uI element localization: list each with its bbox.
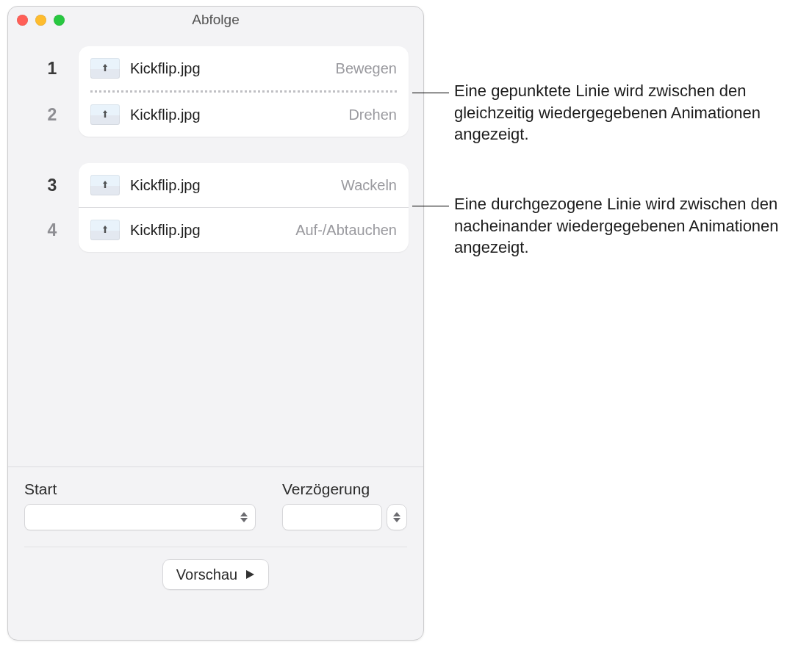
row-number: 1 (37, 46, 67, 90)
group-simultaneous: 1 2 Kickflip.jpg Bewegen Kickflip.jpg D (23, 46, 409, 137)
effect-name: Wackeln (341, 177, 397, 194)
filename: Kickflip.jpg (130, 107, 201, 123)
close-icon[interactable] (17, 15, 28, 26)
callout-leader (412, 206, 449, 206)
thumbnail-icon (90, 220, 120, 240)
preview-button[interactable]: Vorschau (162, 559, 269, 590)
list-item[interactable]: Kickflip.jpg Bewegen (79, 46, 409, 90)
start-control: Start (24, 480, 256, 530)
effect-name: Auf-/Abtauchen (295, 222, 397, 239)
animation-list: 1 2 Kickflip.jpg Bewegen Kickflip.jpg D (8, 33, 423, 466)
thin-divider (24, 547, 407, 547)
filename: Kickflip.jpg (130, 60, 201, 77)
titlebar: Abfolge (8, 7, 423, 33)
effect-name: Bewegen (336, 60, 397, 77)
callout-leader (412, 93, 449, 93)
thumbnail-icon (90, 175, 120, 195)
list-item[interactable]: Kickflip.jpg Auf-/Abtauchen (79, 208, 409, 252)
delay-stepper[interactable] (387, 504, 407, 530)
group-card: Kickflip.jpg Bewegen Kickflip.jpg Drehen (79, 46, 409, 137)
preview-label: Vorschau (176, 566, 237, 583)
group-sequential: 3 4 Kickflip.jpg Wackeln Kickflip.jpg A (23, 163, 409, 252)
start-popup[interactable] (24, 504, 256, 530)
delay-field[interactable] (282, 504, 382, 530)
chevron-up-down-icon (237, 508, 251, 526)
footer-panel: Start Verzögerung (8, 467, 423, 597)
filename: Kickflip.jpg (130, 177, 201, 194)
thumbnail-icon (90, 104, 120, 125)
delay-control: Verzögerung (282, 480, 407, 530)
delay-label: Verzögerung (282, 480, 407, 498)
window-title: Abfolge (8, 12, 423, 28)
minimize-icon[interactable] (35, 15, 46, 26)
play-icon (245, 569, 255, 580)
window-controls (17, 15, 65, 26)
list-item[interactable]: Kickflip.jpg Wackeln (79, 163, 409, 207)
effect-name: Drehen (348, 107, 397, 123)
sequence-window: Abfolge 1 2 Kickflip.jpg Bewegen Kick (7, 6, 424, 641)
list-item[interactable]: Kickflip.jpg Drehen (79, 93, 409, 137)
callout-solid: Eine durchgezogene Linie wird zwischen d… (454, 193, 788, 259)
group-card: Kickflip.jpg Wackeln Kickflip.jpg Auf-/A… (79, 163, 409, 252)
chevron-down-icon (393, 518, 400, 522)
filename: Kickflip.jpg (130, 222, 201, 239)
chevron-up-icon (393, 512, 400, 516)
maximize-icon[interactable] (54, 15, 65, 26)
row-number: 4 (37, 208, 67, 252)
row-number: 3 (37, 163, 67, 207)
start-label: Start (24, 480, 256, 498)
row-number: 2 (37, 93, 67, 137)
thumbnail-icon (90, 58, 120, 79)
callout-dotted: Eine gepunktete Linie wird zwischen den … (454, 80, 788, 145)
